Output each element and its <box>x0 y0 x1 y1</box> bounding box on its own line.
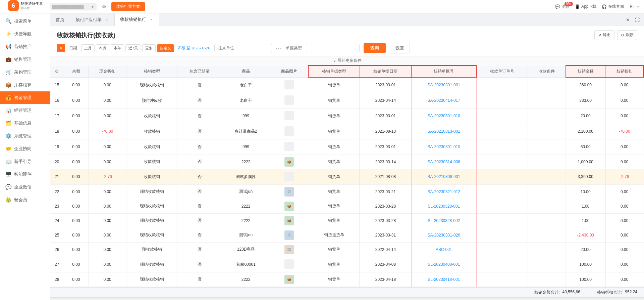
sidebar-item-wechat[interactable]: 💬 企业微信 <box>0 181 50 194</box>
table-row: 160.000.00预付冲应收否老白干销货单2023-04-14SA-20230… <box>50 93 644 108</box>
row-bill-no[interactable]: SA-20230331-026 <box>411 228 476 242</box>
app-name: 畅捷通好生意 <box>21 1 43 6</box>
tab-prepay[interactable]: 预付冲应付单 × <box>70 13 115 26</box>
row-balance: 0.00 <box>64 184 89 199</box>
sidebar-item-quicknav[interactable]: ⚡ 快捷导航 <box>0 28 50 40</box>
row-bill-no[interactable]: SA-20230301-010 <box>411 139 476 155</box>
row-included: 否 <box>177 77 222 93</box>
row-bill-no[interactable]: SL-20230328-002 <box>411 213 476 228</box>
app-download-button[interactable]: 📱 App下载 <box>575 4 596 9</box>
row-bill-no[interactable]: SA-20230314-008 <box>411 155 476 169</box>
row-bill-type: 销货单 <box>308 77 360 93</box>
row-bill-no[interactable]: SA-20230414-017 <box>411 93 476 108</box>
export-button[interactable]: ↗ 导出 <box>594 30 614 40</box>
member-icon: 👑 <box>5 197 11 203</box>
tab-receipt-verify-close[interactable]: × <box>149 17 154 22</box>
row-receipt-order <box>476 124 528 139</box>
row-goods-image: 📦 <box>270 155 308 169</box>
row-bill-type: 销货单 <box>308 93 360 108</box>
row-bill-no[interactable]: SL-20230328-001 <box>411 199 476 213</box>
filter-dots: ··· <box>276 45 282 51</box>
sidebar-item-inventory[interactable]: 📦 库存核算 <box>0 79 50 91</box>
row-goods: 测试jun <box>222 184 270 199</box>
goods-image-thumb: 📦 <box>284 216 294 225</box>
date-7days-button[interactable]: 近7天 <box>125 44 141 52</box>
sidebar-item-system[interactable]: ⚙️ 系统管理 <box>0 130 50 142</box>
row-included: 否 <box>177 272 222 287</box>
column-setting-icon[interactable]: ⚙ <box>55 69 59 74</box>
refresh-button[interactable]: ↺ 刷新 <box>617 30 637 40</box>
sidebar-item-finance[interactable]: 💰 资金管理 <box>0 91 50 104</box>
row-bill-no[interactable]: SL-20230418-001 <box>411 272 476 287</box>
row-bill-type: 销货单 <box>308 242 360 257</box>
goods-image-thumb <box>284 80 294 89</box>
expand-more-button[interactable]: ∨ 展开更多条件 <box>333 58 362 63</box>
sidebar-item-member[interactable]: 👑 畅会员 <box>0 194 50 206</box>
goods-image-thumb <box>284 111 294 120</box>
row-bill-date: 2023-03-01 <box>360 77 412 93</box>
row-receipt-order <box>476 272 528 287</box>
col-setting[interactable]: ⚙ <box>50 66 64 77</box>
sidebar-item-marketing[interactable]: 📢 营销推广 <box>0 40 50 53</box>
row-bill-no[interactable]: ABC-001 <box>411 242 476 257</box>
sidebar-item-purchase[interactable]: 🛒 采购管理 <box>0 66 50 79</box>
row-verify-discount: 0.00 <box>605 228 644 242</box>
date-this-year-button[interactable]: 本年 <box>111 44 124 52</box>
sidebar-item-sales[interactable]: 💼 销售管理 <box>0 53 50 66</box>
sidebar-item-enterprise[interactable]: 🤝 企业协同 <box>0 142 50 155</box>
online-service-button[interactable]: 🎧 在线客服 <box>602 4 624 9</box>
sidebar-item-search[interactable]: 🔍 搜索菜单 <box>0 15 50 28</box>
sidebar-item-basic[interactable]: 🗂️ 基础信息 <box>0 117 50 130</box>
bill-type-select[interactable] <box>306 44 360 52</box>
tab-receipt-verify[interactable]: 收款核销执行 × <box>115 13 159 26</box>
row-bill-no[interactable]: SA-20230321-012 <box>411 184 476 199</box>
tab-fullscreen-button[interactable]: ⛶ <box>633 16 641 24</box>
user-profile-button[interactable]: Rit ▼ <box>630 4 640 9</box>
col-balance: 余额 <box>64 66 89 77</box>
query-button[interactable]: 查询 <box>364 43 386 53</box>
table-row: 220.000.00现结收款核销否测试jun🖼销货单2023-03-21SA-2… <box>50 184 644 199</box>
table-body: 150.000.00现结收款核销否老白干销货单2023-03-01SA-2023… <box>50 77 644 287</box>
tab-close-button[interactable]: ✕ <box>624 16 632 24</box>
filter-setting-button[interactable]: 设置 <box>390 43 410 53</box>
row-verify-type: 现结收款核销 <box>126 213 177 228</box>
industry-solution-button[interactable]: 体验行业方案 <box>111 2 145 11</box>
message-button[interactable]: 💬 消息 99+ <box>555 4 570 9</box>
top-bar: 6 畅捷通好生意 标准版 ████████████ ▼ ⚙ 体验行业方案 💬 消… <box>0 0 644 13</box>
tab-prepay-close[interactable]: × <box>104 17 109 22</box>
col-verify-discount: 核销折扣 <box>605 66 644 77</box>
tab-home[interactable]: 首页 <box>50 13 70 26</box>
table-row: 150.000.00现结收款核销否老白干销货单2023-03-01SA-2023… <box>50 77 644 93</box>
row-bill-date: 2023-03-21 <box>360 184 412 199</box>
table-footer: 核销金额合计: 40,556,66... 核销折扣合计: 952.24 <box>50 287 644 297</box>
row-number: 26 <box>50 242 64 257</box>
row-bill-no[interactable]: SL-20230408-001 <box>411 257 476 272</box>
row-bill-no[interactable]: SA-20230301-010 <box>411 108 476 124</box>
company-selector[interactable]: ████████████ ▼ <box>50 3 97 10</box>
row-bill-no[interactable]: SA-20210813-001 <box>411 124 476 139</box>
row-bill-date: 2022-04-14 <box>360 242 412 257</box>
row-included: 否 <box>177 199 222 213</box>
tab-home-label: 首页 <box>56 17 64 23</box>
counterpart-input[interactable] <box>214 44 272 52</box>
date-more-button[interactable]: 更多 <box>142 44 156 52</box>
filter-toggle-button[interactable]: » <box>57 44 65 52</box>
settings-button[interactable]: ⚙ <box>99 2 109 11</box>
date-this-month-button[interactable]: 本月 <box>96 44 109 52</box>
sidebar-item-hardware[interactable]: 🖥️ 智能硬件 <box>0 168 50 181</box>
sidebar-item-operations[interactable]: 📊 经营管理 <box>0 104 50 117</box>
expand-more-label: 展开更多条件 <box>337 58 362 63</box>
row-receipt-cond <box>528 124 566 139</box>
row-bill-no[interactable]: SA-20230301-001 <box>411 77 476 93</box>
row-goods: 123D商品 <box>222 242 270 257</box>
row-balance: 0.00 <box>64 199 89 213</box>
sidebar-label-member: 畅会员 <box>14 197 27 203</box>
sidebar-label-wechat: 企业微信 <box>14 184 32 190</box>
row-number: 20 <box>50 155 64 169</box>
footer-total-discount-value: 952.24 <box>625 290 637 295</box>
row-bill-no[interactable]: SA-20210808-001 <box>411 169 476 184</box>
horizontal-scrollbar[interactable] <box>50 297 644 300</box>
date-custom-button[interactable]: 自定义 <box>157 44 174 52</box>
sidebar-item-guide[interactable]: 📖 新手引导 <box>0 155 50 168</box>
date-last-month-button[interactable]: 上月 <box>81 44 95 52</box>
